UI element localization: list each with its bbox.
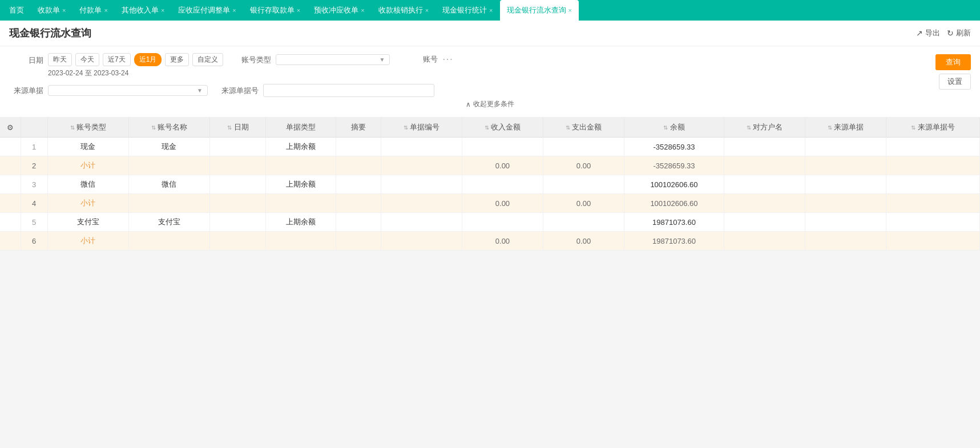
page-title: 现金银行流水查询 — [9, 26, 91, 40]
cell-gear — [0, 138, 21, 156]
nav-collection-exec[interactable]: 收款核销执行 × — [372, 0, 435, 21]
column-balance[interactable]: ⇅ 余额 — [624, 118, 724, 138]
nav-close-icon[interactable]: × — [104, 0, 107, 21]
date-more[interactable]: 更多 — [165, 53, 189, 66]
sort-icon: ⇅ — [828, 124, 832, 131]
source-doc-no-input[interactable] — [263, 84, 434, 97]
cell-account-type: 微信 — [47, 175, 128, 194]
cell-expense — [543, 175, 624, 194]
table-row[interactable]: 3微信微信上期余额100102606.60 — [0, 175, 980, 194]
cell-source-doc — [805, 232, 886, 251]
column-doc-no[interactable]: ⇅ 单据编号 — [381, 118, 462, 138]
nav-bank-deposit[interactable]: 银行存取款单 × — [243, 0, 307, 21]
refresh-icon: ↻ — [947, 29, 954, 38]
cell-source-doc — [805, 213, 886, 232]
query-button[interactable]: 查询 — [935, 54, 971, 70]
cell-gear — [0, 156, 21, 175]
account-dots-button[interactable]: ··· — [442, 54, 453, 64]
cell-account-name — [128, 156, 209, 175]
cell-gear — [0, 232, 21, 251]
sort-icon: ⇅ — [70, 124, 75, 131]
column-source-doc-no[interactable]: ⇅ 来源单据号 — [886, 118, 980, 138]
cell-account-name — [128, 194, 209, 213]
nav-other-income[interactable]: 其他收入单 × — [115, 0, 171, 21]
nav-close-icon[interactable]: × — [297, 0, 300, 21]
cell-source-doc-no — [886, 156, 980, 175]
column-account-type[interactable]: ⇅ 账号类型 — [47, 118, 128, 138]
nav-payment[interactable]: 付款单 × — [72, 0, 114, 21]
table-row[interactable]: 4小计0.000.00100102606.60 — [0, 194, 980, 213]
date-7days[interactable]: 近7天 — [103, 53, 131, 66]
source-doc-select[interactable]: ▼ — [48, 85, 208, 96]
cell-account-type: 小计 — [47, 194, 128, 213]
settings-button[interactable]: 设置 — [939, 74, 971, 90]
cell-date — [210, 232, 266, 251]
nav-close-icon[interactable]: × — [361, 0, 364, 21]
cell-summary — [336, 156, 381, 175]
column-gear[interactable]: ⚙ — [0, 118, 21, 138]
sort-icon: ⇅ — [227, 124, 232, 131]
cell-date — [210, 175, 266, 194]
column-account-name[interactable]: ⇅ 账号名称 — [128, 118, 209, 138]
table-row[interactable]: 6小计0.000.0019871073.60 — [0, 232, 980, 251]
cell-date — [210, 213, 266, 232]
cell-expense: 0.00 — [543, 194, 624, 213]
export-button[interactable]: ↗ 导出 — [916, 28, 940, 38]
data-table: ⚙ ⇅ 账号类型 ⇅ 账号名称 ⇅ 日期 单据类型 摘要 ⇅ 单据编号 ⇅ 收入… — [0, 118, 980, 251]
cell-doc-no — [381, 156, 462, 175]
column-date[interactable]: ⇅ 日期 — [210, 118, 266, 138]
nav-prepay-offset[interactable]: 预收冲应收单 × — [307, 0, 371, 21]
column-expense[interactable]: ⇅ 支出金额 — [543, 118, 624, 138]
refresh-button[interactable]: ↻ 刷新 — [947, 28, 971, 38]
nav-receipt[interactable]: 收款单 × — [31, 0, 72, 21]
nav-ar-ap-adjust[interactable]: 应收应付调整单 × — [171, 0, 243, 21]
source-doc-label: 来源单据 — [9, 86, 43, 96]
cell-num: 4 — [21, 194, 47, 213]
cell-income: 0.00 — [462, 232, 543, 251]
nav-close-icon[interactable]: × — [568, 0, 572, 21]
nav-close-icon[interactable]: × — [232, 0, 236, 21]
sort-icon: ⇅ — [566, 124, 570, 131]
nav-close-icon[interactable]: × — [425, 0, 429, 21]
column-income[interactable]: ⇅ 收入金额 — [462, 118, 543, 138]
cell-doc-no — [381, 138, 462, 156]
nav-close-icon[interactable]: × — [62, 0, 66, 21]
date-1month[interactable]: 近1月 — [134, 53, 162, 66]
table-row[interactable]: 1现金现金上期余额-3528659.33 — [0, 138, 980, 156]
nav-cash-bank-stats[interactable]: 现金银行统计 × — [435, 0, 499, 21]
cell-account-type: 现金 — [47, 138, 128, 156]
column-counterpart[interactable]: ⇅ 对方户名 — [724, 118, 805, 138]
cell-gear — [0, 213, 21, 232]
cell-source-doc — [805, 138, 886, 156]
cell-account-name — [128, 232, 209, 251]
sort-icon: ⇅ — [747, 124, 751, 131]
cell-counterpart — [724, 138, 805, 156]
sort-icon: ⇅ — [485, 124, 489, 131]
nav-close-icon[interactable]: × — [161, 0, 164, 21]
cell-source-doc-no — [886, 194, 980, 213]
date-custom[interactable]: 自定义 — [192, 53, 223, 66]
cell-gear — [0, 175, 21, 194]
nav-cash-bank-flow[interactable]: 现金银行流水查询 × — [500, 0, 579, 21]
cell-gear — [0, 194, 21, 213]
sort-icon: ⇅ — [663, 124, 668, 131]
cell-summary — [336, 232, 381, 251]
collapse-button[interactable]: ∧ 收起更多条件 — [9, 97, 971, 110]
date-yesterday[interactable]: 昨天 — [48, 53, 72, 66]
cell-balance: 100102606.60 — [624, 194, 724, 213]
nav-close-icon[interactable]: × — [489, 0, 493, 21]
cell-num: 2 — [21, 156, 47, 175]
cell-doc-type: 上期余额 — [266, 175, 336, 194]
cell-source-doc-no — [886, 138, 980, 156]
export-icon: ↗ — [916, 29, 923, 38]
account-type-select[interactable]: ▼ — [276, 54, 390, 65]
date-today[interactable]: 今天 — [75, 53, 99, 66]
account-type-label: 账号类型 — [237, 55, 271, 65]
table-row[interactable]: 5支付宝支付宝上期余额19871073.60 — [0, 213, 980, 232]
table-row[interactable]: 2小计0.000.00-3528659.33 — [0, 156, 980, 175]
cell-expense — [543, 138, 624, 156]
nav-home[interactable]: 首页 — [2, 0, 31, 21]
column-source-doc[interactable]: ⇅ 来源单据 — [805, 118, 886, 138]
cell-num: 1 — [21, 138, 47, 156]
cell-doc-type: 上期余额 — [266, 138, 336, 156]
